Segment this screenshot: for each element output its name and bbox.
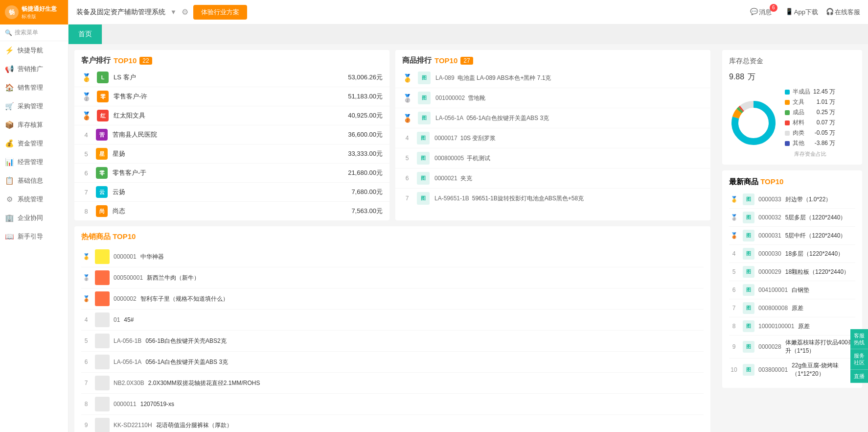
hot-product-img	[95, 291, 110, 306]
rank-number: 5	[402, 155, 412, 162]
customer-ranking-list: 🥇 L LS 客户 53,006.26元 🥈 零 零售客户-许 51,183.0…	[74, 68, 389, 220]
online-service-label: 在线客服	[835, 8, 860, 17]
customer-amount: 33,333.00元	[348, 149, 383, 158]
customer-amount: 51,183.00元	[348, 92, 383, 101]
sidebar-item-finance[interactable]: 💰 资金管理	[0, 134, 68, 153]
sidebar-item-quick-nav[interactable]: ⚡ 快捷导航	[0, 41, 68, 60]
nav-tabs: 首页	[69, 24, 868, 44]
np-code: 0000029	[758, 268, 781, 275]
hot-product-code: 0000001	[114, 253, 137, 260]
sidebar-item-inventory[interactable]: 📦 库存核算	[0, 116, 68, 134]
sidebar-item-base[interactable]: 📋 基础信息	[0, 171, 68, 190]
inventory-amount: 9.88 万	[729, 68, 755, 82]
float-btn-customer-service[interactable]: 客服热线	[850, 329, 868, 350]
hot-product-code: LA-056-1A	[114, 359, 141, 365]
sidebar: 畅 畅捷通好生意 标准版 🔍 搜索菜单 ⚡ 快捷导航 📢 营销推广 🏠 销售管理…	[0, 0, 69, 432]
new-product-item: 7 图 000800008 原差	[729, 299, 855, 317]
product-count-badge: 27	[460, 57, 473, 65]
online-service-item[interactable]: 🎧 在线客服	[826, 8, 860, 17]
legend-label: 文具	[793, 98, 814, 106]
product-row: 5 图 000800005手机测试	[395, 148, 710, 168]
sidebar-item-marketing[interactable]: 📢 营销推广	[0, 60, 68, 78]
product-ranking-title: 商品排行	[402, 56, 432, 65]
operation-icon: 📊	[5, 158, 14, 167]
hot-product-name: 智利车子里（规格不知道填什么）	[140, 295, 228, 303]
sidebar-item-label: 经营管理	[18, 158, 43, 167]
customer-amount: 7,680.00元	[351, 188, 383, 196]
rank-number: 4	[402, 135, 412, 142]
hot-product-name: 056-1A白色按键开关盖ABS 3克	[145, 358, 228, 366]
hot-product-name: 中华神器	[140, 253, 164, 261]
legend-dot	[785, 100, 790, 105]
product-img: 图	[418, 92, 431, 104]
float-btn-service-community[interactable]: 服务社区	[850, 349, 868, 370]
np-name: 原差	[798, 322, 855, 331]
messages-item[interactable]: 💬 消息 6	[750, 8, 777, 17]
np-img: 图	[743, 193, 754, 205]
legend-item: 半成品 12.45 万	[785, 88, 835, 96]
np-code: 003800001	[758, 366, 788, 373]
np-code: 0000028	[758, 343, 781, 350]
inventory-icon: 📦	[5, 120, 14, 129]
rank-number: 8	[729, 323, 739, 330]
inventory-chart-area: 半成品 12.45 万 文具 1.01 万 成品 0	[729, 88, 855, 158]
customer-avatar: 尚	[96, 205, 108, 217]
sidebar-search[interactable]: 🔍 搜索菜单	[0, 24, 68, 41]
experience-btn[interactable]: 体验行业方案	[193, 5, 247, 20]
sidebar-item-label: 系统管理	[18, 195, 43, 204]
message-icon: 💬	[750, 8, 758, 15]
sidebar-item-corp[interactable]: 🏢 企业协同	[0, 209, 68, 227]
customer-count-badge: 22	[139, 57, 152, 65]
hot-product-img	[95, 270, 110, 285]
new-product-item: 5 图 0000029 18颗粒板（1220*2440）	[729, 263, 855, 281]
app-download-item[interactable]: 📱 App下载	[785, 8, 818, 17]
customer-name: 云扬	[113, 188, 346, 196]
sidebar-item-guide[interactable]: 📖 新手引导	[0, 227, 68, 246]
hot-product-code: 0000002	[114, 295, 137, 302]
float-btn-live[interactable]: 直播	[850, 370, 868, 383]
sidebar-item-purchase[interactable]: 🛒 采购管理	[0, 97, 68, 116]
legend-label: 肉类	[793, 129, 812, 137]
rank-number: 5	[81, 150, 91, 158]
sidebar-item-system[interactable]: ⚙ 系统管理	[0, 190, 68, 209]
rank-number: 9	[81, 422, 91, 429]
customer-name: 星扬	[113, 149, 343, 158]
np-code: 0000032	[758, 214, 781, 221]
legend-value: -0.05 万	[815, 129, 836, 137]
rank-number: 8	[81, 208, 91, 215]
sidebar-item-operation[interactable]: 📊 经营管理	[0, 153, 68, 171]
float-buttons: 客服热线 服务社区 直播	[850, 329, 868, 383]
hot-product-item: 8 0000011 12070519-xs	[81, 394, 704, 415]
sidebar-item-label: 快捷导航	[18, 46, 43, 55]
hot-product-img	[95, 334, 110, 348]
tab-home-label: 首页	[78, 30, 92, 39]
customer-row: 5 星 星扬 33,333.00元	[74, 144, 389, 164]
medal-gold: 🥇	[81, 72, 92, 83]
inventory-panel: 库存总资金 9.88 万	[722, 50, 862, 165]
chart-legend-area: 半成品 12.45 万 文具 1.01 万 成品 0	[785, 88, 835, 158]
customer-avatar: 星	[96, 148, 108, 160]
gear-icon[interactable]: ⚙	[182, 7, 188, 17]
customer-ranking-header: 客户排行 TOP10 22	[74, 50, 389, 68]
hot-product-img	[95, 355, 110, 369]
legend-value: 0.07 万	[817, 119, 836, 127]
hot-product-code: 0000011	[114, 401, 137, 408]
tab-home[interactable]: 首页	[69, 24, 102, 44]
legend-item: 肉类 -0.05 万	[785, 129, 835, 137]
customer-avatar: 红	[97, 110, 109, 121]
np-img: 图	[743, 284, 754, 296]
legend-label: 材料	[793, 119, 814, 127]
hot-product-name: 056-1B白色按键开关壳ABS2克	[145, 337, 226, 345]
customer-row: 7 云 云扬 7,680.00元	[74, 183, 389, 202]
np-code: 10000100001	[758, 323, 794, 330]
np-name: 5层多层（1220*2440）	[785, 214, 855, 222]
rank-number: 8	[81, 401, 91, 408]
dropdown-icon[interactable]: ▼	[170, 8, 177, 16]
hot-product-img	[95, 249, 110, 264]
rank-number: 6	[81, 359, 91, 365]
np-code: 004100001	[758, 287, 788, 293]
sidebar-item-label: 新手引导	[18, 232, 43, 241]
sidebar-item-sales[interactable]: 🏠 销售管理	[0, 78, 68, 97]
hot-product-code: LA-056-1B	[114, 337, 141, 344]
top-section: 客户排行 TOP10 22 🥇 L LS 客户 53,006.26元	[74, 50, 710, 220]
